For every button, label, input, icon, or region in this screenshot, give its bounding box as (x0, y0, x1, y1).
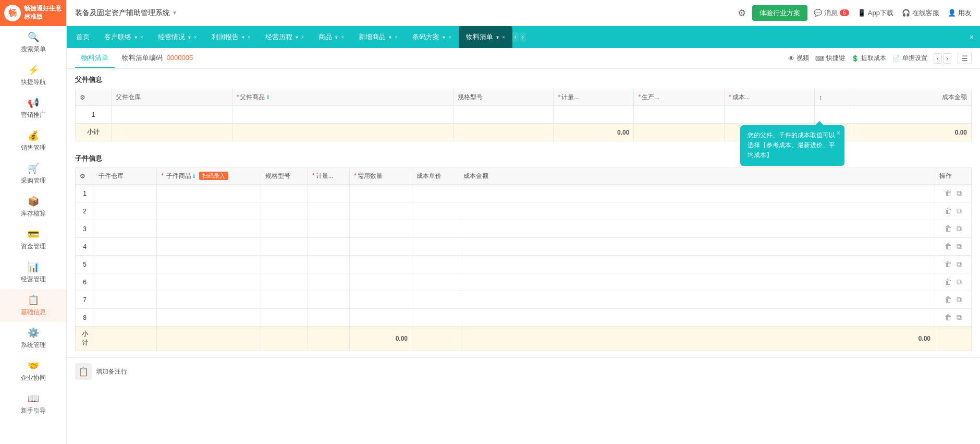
child-copy-6[interactable]: ⧉ (957, 278, 962, 286)
child-qty-3[interactable] (350, 220, 412, 238)
sidebar-item-inventory[interactable]: 📦 库存核算 (0, 190, 66, 223)
child-warehouse-5[interactable] (94, 256, 157, 273)
child-spec-4[interactable] (261, 238, 308, 256)
child-spec-2[interactable] (261, 202, 308, 220)
child-unit-1[interactable] (308, 185, 350, 202)
sidebar-item-guide[interactable]: 📖 新手引导 (0, 388, 66, 421)
action-shortcut[interactable]: ⌨ 快捷键 (815, 54, 845, 63)
child-delete-7[interactable]: 🗑 (945, 295, 952, 304)
grid-view-btn[interactable]: ☰ (958, 53, 972, 64)
tab-history-close[interactable]: × (301, 34, 304, 40)
child-unit-3[interactable] (308, 220, 350, 238)
scan-badge[interactable]: 扫码录入 (199, 172, 228, 180)
message-button[interactable]: 💬 消息 6 (814, 8, 849, 18)
child-unit-7[interactable] (308, 291, 350, 309)
child-qty-1[interactable] (350, 185, 412, 202)
child-warehouse-8[interactable] (94, 309, 157, 327)
sidebar-item-basic-info[interactable]: 📋 基础信息 (0, 289, 66, 322)
child-spec-6[interactable] (261, 273, 308, 291)
child-product-1[interactable] (157, 185, 261, 202)
nav-close-all[interactable]: × (965, 33, 978, 41)
child-qty-5[interactable] (350, 256, 412, 273)
child-product-2[interactable] (157, 202, 261, 220)
child-copy-1[interactable]: ⧉ (957, 189, 962, 197)
child-unit-cost-2[interactable] (412, 202, 459, 220)
action-view[interactable]: 👁 视频 (788, 54, 809, 63)
child-delete-2[interactable]: 🗑 (945, 207, 952, 215)
content-next[interactable]: › (943, 53, 951, 64)
child-qty-2[interactable] (350, 202, 412, 220)
child-delete-8[interactable]: 🗑 (945, 313, 952, 321)
child-warehouse-1[interactable] (94, 185, 157, 202)
child-unit-6[interactable] (308, 273, 350, 291)
service-button[interactable]: 🎧 在线客服 (902, 8, 939, 18)
add-note-icon[interactable]: 📋 (75, 363, 92, 380)
child-copy-2[interactable]: ⧉ (957, 207, 962, 215)
child-spec-3[interactable] (261, 220, 308, 238)
child-copy-4[interactable]: ⧉ (957, 242, 962, 250)
child-copy-8[interactable]: ⧉ (957, 313, 962, 321)
tab-products[interactable]: 商品 ▾ × (311, 26, 351, 48)
child-delete-1[interactable]: 🗑 (945, 189, 952, 197)
tab-customers[interactable]: 客户联络 ▾ × (97, 26, 151, 48)
child-unit-cost-3[interactable] (412, 220, 459, 238)
parent-product-1[interactable] (232, 106, 453, 124)
child-warehouse-4[interactable] (94, 238, 157, 256)
sub-tab-bom-code[interactable]: 物料清单编码 0000005 (116, 49, 199, 68)
child-unit-cost-5[interactable] (412, 256, 459, 273)
child-warehouse-2[interactable] (94, 202, 157, 220)
action-cost[interactable]: 💲 提取成本 (851, 54, 886, 63)
tab-new-product-close[interactable]: × (395, 34, 398, 40)
tab-products-close[interactable]: × (341, 34, 344, 40)
child-delete-5[interactable]: 🗑 (945, 260, 952, 268)
content-prev[interactable]: ‹ (934, 53, 942, 64)
sidebar-item-finance[interactable]: 💳 资金管理 (0, 223, 66, 256)
child-unit-cost-6[interactable] (412, 273, 459, 291)
tab-history[interactable]: 经营历程 ▾ × (258, 26, 312, 48)
child-product-6[interactable] (157, 273, 261, 291)
child-product-4[interactable] (157, 238, 261, 256)
child-unit-2[interactable] (308, 202, 350, 220)
sidebar-item-operations[interactable]: 📊 经营管理 (0, 256, 66, 289)
tab-bom-close[interactable]: × (502, 34, 505, 40)
child-copy-3[interactable]: ⧉ (957, 224, 962, 233)
child-unit-5[interactable] (308, 256, 350, 273)
child-unit-4[interactable] (308, 238, 350, 256)
child-delete-3[interactable]: 🗑 (945, 224, 952, 233)
tab-profit-close[interactable]: × (248, 34, 251, 40)
tab-home[interactable]: 首页 (69, 26, 97, 48)
child-spec-8[interactable] (261, 309, 308, 327)
child-spec-5[interactable] (261, 256, 308, 273)
child-product-5[interactable] (157, 256, 261, 273)
child-qty-7[interactable] (350, 291, 412, 309)
trial-button[interactable]: 体验行业方案 (752, 5, 807, 21)
child-product-7[interactable] (157, 291, 261, 309)
sidebar-item-sales[interactable]: 💰 销售管理 (0, 125, 66, 158)
child-delete-4[interactable]: 🗑 (945, 242, 952, 250)
tab-profit[interactable]: 利润报告 ▾ × (204, 26, 258, 48)
tab-barcode-close[interactable]: × (448, 34, 451, 40)
parent-spec-1[interactable] (453, 106, 554, 124)
child-unit-cost-4[interactable] (412, 238, 459, 256)
parent-unit-1[interactable] (554, 106, 634, 124)
tab-operations-stat[interactable]: 经营情况 ▾ × (151, 26, 204, 48)
child-qty-4[interactable] (350, 238, 412, 256)
sidebar-item-system[interactable]: ⚙️ 系统管理 (0, 322, 66, 355)
child-warehouse-3[interactable] (94, 220, 157, 238)
tab-barcode[interactable]: 条码方案 ▾ × (405, 26, 459, 48)
user-button[interactable]: 👤 用友 (948, 8, 972, 18)
child-product-8[interactable] (157, 309, 261, 327)
action-settings[interactable]: 📄 单据设置 (892, 54, 927, 63)
app-download-button[interactable]: 📱 App下载 (858, 8, 893, 18)
child-warehouse-7[interactable] (94, 291, 157, 309)
tab-customers-close[interactable]: × (140, 34, 143, 40)
tab-new-product[interactable]: 新增商品 ▾ × (351, 26, 405, 48)
child-unit-cost-8[interactable] (412, 309, 459, 327)
system-select[interactable]: 装备及固定资产辅助管理系统 ▼ (75, 8, 177, 18)
child-spec-1[interactable] (261, 185, 308, 202)
child-product-3[interactable] (157, 220, 261, 238)
nav-next[interactable]: › (520, 32, 526, 42)
parent-production-1[interactable] (634, 106, 724, 124)
gear-icon[interactable]: ⚙ (738, 7, 746, 19)
child-copy-5[interactable]: ⧉ (957, 260, 962, 268)
